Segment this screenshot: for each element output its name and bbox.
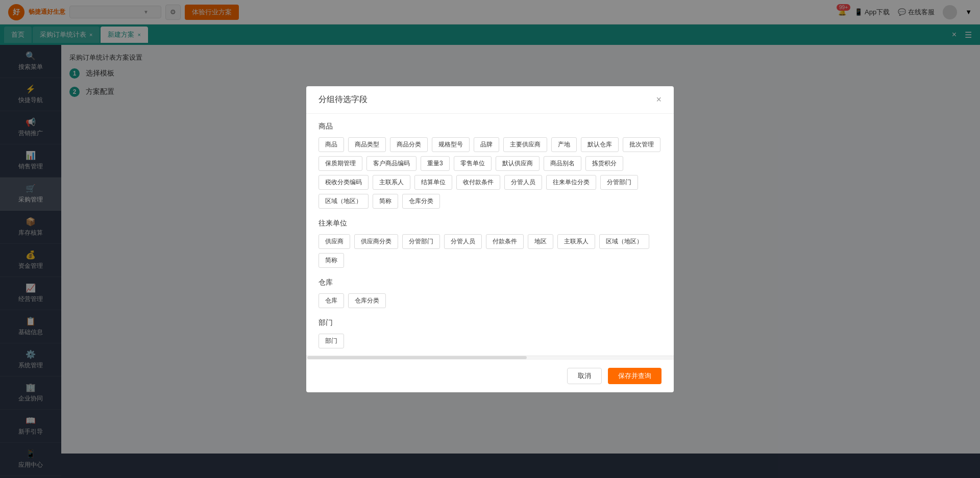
- section-warehouse: 仓库 仓库 仓库分类: [318, 278, 662, 308]
- section-department: 部门 部门: [318, 318, 662, 348]
- field-tag-spec-model[interactable]: 规格型号: [432, 137, 470, 152]
- section-product-title: 商品: [318, 122, 662, 131]
- field-tag-region[interactable]: 区域（地区）: [318, 194, 369, 209]
- field-tag-partner-category[interactable]: 往来单位分类: [546, 175, 596, 190]
- field-tag-weight3[interactable]: 重量3: [421, 156, 450, 171]
- field-tag-settlement-unit[interactable]: 结算单位: [414, 175, 452, 190]
- field-tag-customer-code[interactable]: 客户商品编码: [366, 156, 416, 171]
- modal-header: 分组待选字段 ×: [306, 86, 674, 114]
- field-tag-retail-unit[interactable]: 零售单位: [454, 156, 492, 171]
- field-tag-product[interactable]: 商品: [318, 137, 344, 152]
- modal-horizontal-scrollbar[interactable]: [306, 356, 674, 359]
- field-tag-region2[interactable]: 区域（地区）: [599, 234, 649, 249]
- field-tag-main-contact[interactable]: 主联系人: [373, 175, 410, 190]
- section-warehouse-tags: 仓库 仓库分类: [318, 293, 662, 308]
- modal-cancel-button[interactable]: 取消: [567, 368, 602, 384]
- section-partner-tags: 供应商 供应商分类 分管部门 分管人员 付款条件 地区 主联系人 区域（地区） …: [318, 234, 662, 268]
- field-tag-abbr[interactable]: 简称: [373, 194, 398, 209]
- field-tag-warehouse-category[interactable]: 仓库分类: [402, 194, 440, 209]
- field-tag-area[interactable]: 地区: [528, 234, 553, 249]
- modal-body: 商品 商品 商品类型 商品分类 规格型号 品牌 主要供应商 产地 默认仓库 批次…: [306, 114, 674, 356]
- field-tag-dept[interactable]: 分管部门: [402, 234, 440, 249]
- field-tag-default-supplier[interactable]: 默认供应商: [496, 156, 540, 171]
- field-tag-dept-person[interactable]: 分管人员: [444, 234, 482, 249]
- modal-confirm-button[interactable]: 保存并查询: [608, 368, 662, 384]
- modal: 分组待选字段 × 商品 商品 商品类型 商品分类 规格型号 品牌 主要供应商 产…: [306, 86, 674, 392]
- section-department-tags: 部门: [318, 334, 662, 348]
- field-tag-pick-score[interactable]: 拣货积分: [585, 156, 623, 171]
- field-tag-manager[interactable]: 分管人员: [504, 175, 542, 190]
- field-tag-warehouse[interactable]: 仓库: [318, 293, 344, 308]
- field-tag-managing-dept[interactable]: 分管部门: [600, 175, 638, 190]
- field-tag-brand[interactable]: 品牌: [474, 137, 499, 152]
- field-tag-supplier[interactable]: 供应商: [318, 234, 350, 249]
- section-partner: 往来单位 供应商 供应商分类 分管部门 分管人员 付款条件 地区 主联系人 区域…: [318, 219, 662, 268]
- section-product: 商品 商品 商品类型 商品分类 规格型号 品牌 主要供应商 产地 默认仓库 批次…: [318, 122, 662, 209]
- field-tag-main-supplier[interactable]: 主要供应商: [503, 137, 547, 152]
- field-tag-main-contact2[interactable]: 主联系人: [557, 234, 595, 249]
- field-tag-supplier-category[interactable]: 供应商分类: [354, 234, 398, 249]
- field-tag-expiry-mgmt[interactable]: 保质期管理: [318, 156, 362, 171]
- field-tag-abbr2[interactable]: 简称: [318, 253, 344, 268]
- section-product-tags: 商品 商品类型 商品分类 规格型号 品牌 主要供应商 产地 默认仓库 批次管理 …: [318, 137, 662, 209]
- modal-footer: 取消 保存并查询: [306, 359, 674, 392]
- modal-close-button[interactable]: ×: [656, 94, 662, 105]
- field-tag-tax-code[interactable]: 税收分类编码: [318, 175, 369, 190]
- field-tag-default-warehouse[interactable]: 默认仓库: [581, 137, 619, 152]
- field-tag-product-category[interactable]: 商品分类: [390, 137, 428, 152]
- field-tag-origin[interactable]: 产地: [551, 137, 577, 152]
- field-tag-department[interactable]: 部门: [318, 334, 344, 348]
- section-warehouse-title: 仓库: [318, 278, 662, 287]
- field-tag-payment-terms[interactable]: 收付款条件: [456, 175, 500, 190]
- field-tag-product-type[interactable]: 商品类型: [348, 137, 386, 152]
- field-tag-warehouse-cat[interactable]: 仓库分类: [348, 293, 386, 308]
- section-department-title: 部门: [318, 318, 662, 328]
- section-partner-title: 往来单位: [318, 219, 662, 228]
- field-tag-product-alias[interactable]: 商品别名: [544, 156, 581, 171]
- field-tag-batch-mgmt[interactable]: 批次管理: [623, 137, 660, 152]
- modal-title: 分组待选字段: [318, 94, 368, 105]
- field-tag-payment-cond[interactable]: 付款条件: [486, 234, 524, 249]
- modal-overlay: 分组待选字段 × 商品 商品 商品类型 商品分类 规格型号 品牌 主要供应商 产…: [0, 0, 980, 478]
